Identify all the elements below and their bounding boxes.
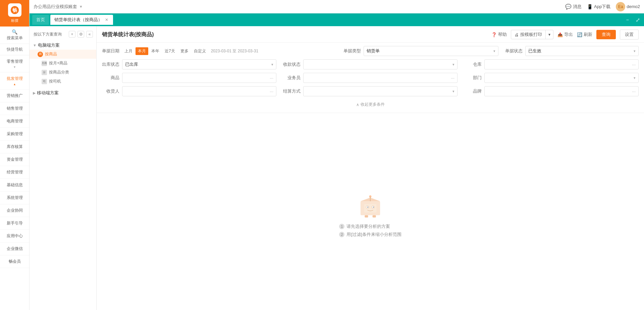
- status-filter[interactable]: 已生效 ▾: [525, 46, 639, 56]
- empty-state: 1 请先选择要分析的方案 2 用[过滤]条件来缩小分析范围: [97, 113, 644, 310]
- add-scheme-button[interactable]: +: [69, 31, 75, 38]
- print-template-group: 🖨 按模板打印 ▾: [511, 30, 553, 39]
- goods-filter[interactable]: ···: [122, 73, 276, 83]
- staff-more-icon[interactable]: ···: [451, 75, 454, 81]
- search-menu[interactable]: 🔍 搜索菜单: [0, 27, 29, 44]
- logo-area[interactable]: 畅 标摆: [0, 0, 29, 27]
- empty-tip-2: 2 用[过滤]条件来缩小分析范围: [339, 231, 401, 238]
- quick-nav[interactable]: 快捷导航: [0, 44, 29, 55]
- tab-bar: 首页 销货单统计表（按商品） ✕ － ⤢: [30, 13, 644, 26]
- tab-maximize-icon[interactable]: ⤢: [634, 16, 641, 24]
- mobile-scheme-section: ▶ 移动端方案: [30, 87, 96, 99]
- sidebar-item-member[interactable]: 畅会员: [0, 255, 29, 268]
- mobile-group-header[interactable]: ▶ 移动端方案: [30, 89, 96, 97]
- scheme-item-by-month-goods[interactable]: 月商 按月+商品: [30, 59, 96, 68]
- dept-filter[interactable]: ▾: [484, 73, 639, 83]
- sidebar-item-coop[interactable]: 企业协同: [0, 204, 29, 217]
- scheme-item-by-goods[interactable]: 商 按商品: [30, 50, 96, 59]
- tab-home[interactable]: 首页: [32, 15, 49, 25]
- receiver-filter[interactable]: ···: [122, 86, 276, 96]
- tab-minimize-icon[interactable]: －: [624, 16, 632, 24]
- collapse-more-btn[interactable]: ∧ 收起更多条件: [102, 100, 639, 109]
- print-dropdown-button[interactable]: ▾: [546, 31, 553, 38]
- scheme-item-by-goods-cat[interactable]: 分 按商品分类: [30, 68, 96, 77]
- goods-more-icon[interactable]: ···: [270, 75, 273, 81]
- sidebar-item-basic[interactable]: 基础信息: [0, 179, 29, 192]
- receipt-dropdown-icon: ▾: [452, 62, 454, 67]
- type-filter[interactable]: 销货单 ▾: [364, 46, 498, 56]
- refresh-button[interactable]: 🔄 刷新: [577, 32, 592, 38]
- pc-group-header[interactable]: ▼ 电脑端方案: [30, 41, 96, 50]
- sidebar-item-wholesale[interactable]: 批发管理 ▴: [0, 72, 29, 90]
- svg-text:畅: 畅: [12, 7, 17, 13]
- query-button[interactable]: 查询: [596, 30, 616, 39]
- sidebar-item-wechat[interactable]: 企业微信: [0, 243, 29, 255]
- sidebar-item-operations[interactable]: 经营管理: [0, 166, 29, 179]
- message-btn[interactable]: 💬 消息: [565, 4, 582, 10]
- sidebar-item-marketing[interactable]: 营销推广: [0, 90, 29, 102]
- sidebar-item-inventory[interactable]: 库存核算: [0, 141, 29, 153]
- date-tab-this-month[interactable]: 本月: [136, 47, 148, 55]
- help-button[interactable]: ❓ 帮助: [491, 32, 507, 38]
- warehouse-filter[interactable]: ···: [484, 59, 639, 69]
- username: demo2: [627, 4, 640, 9]
- date-tab-7days[interactable]: 近7天: [162, 47, 177, 55]
- date-tab-this-year[interactable]: 本年: [149, 47, 162, 55]
- content-area: 按以下方案查询 + ⚙ « ▼ 电脑端方案: [30, 26, 644, 310]
- scheme-icon-cashier: 司: [42, 79, 47, 84]
- logo-icon: 畅: [8, 3, 21, 17]
- right-panel: 销货单统计表(按商品) ❓ 帮助 🖨 按模板打印 ▾ 📤: [97, 26, 644, 310]
- sidebar-item-guide[interactable]: 新手引导: [0, 217, 29, 230]
- filter-row-1: 单据日期 上月 本月 本年 近7天 更多 自定义 2023-03-01 至 20…: [102, 46, 639, 56]
- left-panel-header: 按以下方案查询 + ⚙ «: [30, 29, 96, 40]
- receiver-more-icon[interactable]: ···: [270, 89, 273, 94]
- settings-scheme-button[interactable]: ⚙: [77, 31, 84, 38]
- header-right: 💬 消息 📱 App下载 Ea demo2: [565, 2, 640, 11]
- scheme-item-by-cashier[interactable]: 司 按司机: [30, 77, 96, 86]
- dropdown-arrow-icon[interactable]: ▾: [80, 4, 82, 9]
- sidebar-item-apps[interactable]: 应用中心: [0, 230, 29, 243]
- brand-filter[interactable]: ···: [484, 86, 639, 96]
- sidebar-item-purchase[interactable]: 采购管理: [0, 128, 29, 141]
- empty-illustration: [354, 186, 387, 219]
- sidebar-item-retail[interactable]: 零售管理 ▾: [0, 55, 29, 72]
- left-panel-title: 按以下方案查询: [34, 32, 62, 37]
- sidebar-item-system[interactable]: 系统管理: [0, 192, 29, 204]
- staff-filter[interactable]: ···: [303, 73, 458, 83]
- empty-tips: 1 请先选择要分析的方案 2 用[过滤]条件来缩小分析范围: [339, 223, 401, 238]
- svg-rect-13: [373, 215, 376, 217]
- export-button[interactable]: 📤 导出: [557, 32, 573, 38]
- export-icon: 📤: [557, 32, 563, 37]
- receipt-label: 收款状态: [283, 61, 301, 67]
- date-tab-last-month[interactable]: 上月: [122, 47, 135, 55]
- avatar: Ea: [616, 2, 625, 11]
- date-tab-more[interactable]: 更多: [178, 47, 191, 55]
- settings-button[interactable]: 设置: [620, 30, 639, 40]
- app-download-btn[interactable]: 📱 App下载: [587, 4, 610, 10]
- left-panel-tools: + ⚙ «: [69, 31, 93, 38]
- date-tabs: 上月 本月 本年 近7天 更多 自定义: [122, 47, 208, 55]
- print-template-button[interactable]: 🖨 按模板打印: [511, 30, 546, 39]
- receipt-filter[interactable]: ▾: [303, 59, 458, 69]
- date-label: 单据日期: [102, 48, 119, 54]
- collapse-panel-button[interactable]: «: [86, 31, 93, 38]
- type-value: 销货单: [367, 48, 491, 54]
- warehouse-more-icon[interactable]: ···: [632, 62, 636, 67]
- page-title: 销货单统计表(按商品): [102, 31, 154, 38]
- tab-bar-right: － ⤢: [624, 16, 641, 24]
- svg-point-9: [373, 206, 374, 207]
- status-dropdown-icon: ▾: [634, 49, 636, 53]
- payment-filter[interactable]: ▾: [303, 86, 458, 96]
- date-tab-custom[interactable]: 自定义: [192, 47, 208, 55]
- sidebar-item-finance[interactable]: 资金管理: [0, 153, 29, 166]
- payment-dropdown-icon: ▾: [452, 89, 454, 94]
- brand-more-icon[interactable]: ···: [632, 89, 636, 94]
- sidebar-item-sales[interactable]: 销售管理: [0, 102, 29, 115]
- sidebar-item-ecommerce[interactable]: 电商管理: [0, 115, 29, 128]
- out-filter[interactable]: 已出库 ▾: [122, 59, 276, 69]
- user-profile[interactable]: Ea demo2: [616, 2, 640, 11]
- tab-sales-stat[interactable]: 销货单统计表（按商品） ✕: [50, 15, 113, 25]
- industry-label: 办公用品行业模拟账套: [34, 4, 77, 10]
- filter-area: 单据日期 上月 本月 本年 近7天 更多 自定义 2023-03-01 至 20…: [97, 43, 644, 113]
- tab-close-icon[interactable]: ✕: [104, 17, 109, 22]
